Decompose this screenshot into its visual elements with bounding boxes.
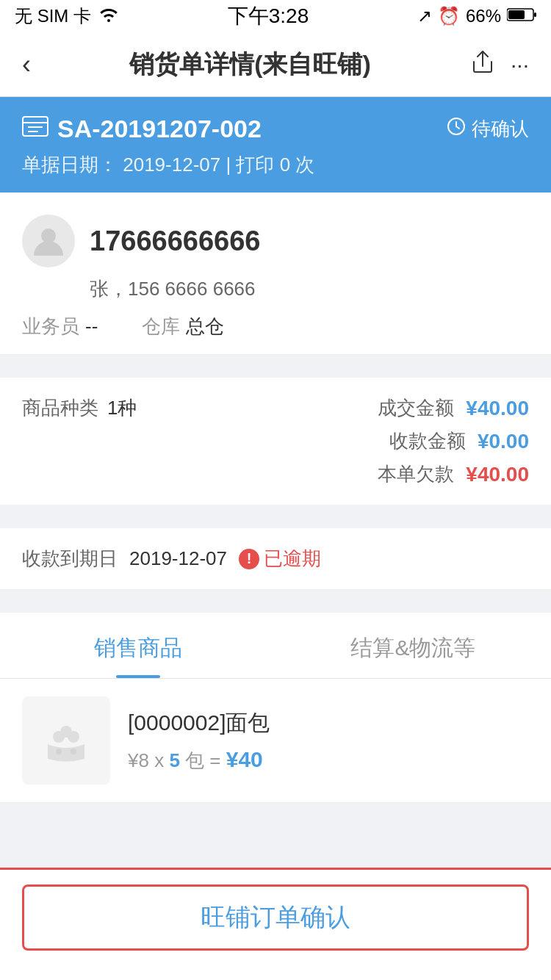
- product-price: ¥8: [128, 749, 149, 771]
- product-price-row: ¥8 x 5 包 = ¥40: [128, 747, 529, 774]
- due-date-value: 2019-12-07: [129, 547, 227, 570]
- svg-rect-2: [508, 10, 525, 19]
- date-label: 单据日期：: [22, 154, 118, 176]
- price-equals: =: [209, 749, 226, 771]
- more-icon[interactable]: ···: [511, 52, 529, 77]
- clock-icon: [447, 117, 466, 141]
- product-item: [0000002]面包 ¥8 x 5 包 = ¥40: [0, 679, 551, 803]
- due-date-card: 收款到期日 2019-12-07 ! 已逾期: [0, 528, 551, 589]
- customer-card: 17666666666 张，156 6666 6666 业务员 -- 仓库 总仓: [0, 192, 551, 354]
- tab-settlement-logistics-label: 结算&物流等: [350, 635, 475, 660]
- status-bar-time: 下午3:28: [228, 2, 309, 30]
- order-date-info: 单据日期： 2019-12-07 | 打印 0 次: [22, 152, 529, 178]
- carrier-text: 无 SIM 卡: [15, 4, 91, 28]
- product-thumbnail: [22, 696, 110, 785]
- overdue-badge: ! 已逾期: [239, 546, 321, 572]
- order-status: 待确认: [447, 116, 529, 142]
- received-amount-label: 收款金额: [389, 428, 466, 454]
- page-title: 销货单详情(来自旺铺): [129, 48, 371, 82]
- transaction-amount-label: 成交金额: [378, 395, 454, 421]
- tabs-container: 销售商品 结算&物流等: [0, 613, 551, 679]
- svg-rect-1: [534, 12, 536, 17]
- product-type-label: 商品种类: [22, 395, 98, 421]
- tab-sales-products-label: 销售商品: [94, 635, 182, 660]
- product-total: ¥40: [226, 747, 263, 771]
- print-count: 打印 0 次: [236, 154, 314, 176]
- svg-point-12: [56, 749, 62, 754]
- date-separator: |: [226, 154, 236, 176]
- owed-amount-row: 本单欠款 ¥40.00: [378, 461, 529, 487]
- customer-meta: 业务员 -- 仓库 总仓: [22, 314, 529, 339]
- customer-phone: 17666666666: [90, 226, 260, 257]
- product-type-item: 商品种类 1种: [22, 395, 137, 421]
- order-icon: [22, 116, 48, 142]
- warehouse-label: 仓库: [142, 314, 180, 339]
- customer-avatar: [22, 215, 75, 267]
- svg-point-11: [60, 726, 72, 738]
- received-amount-value: ¥0.00: [478, 430, 529, 453]
- order-header: SA-20191207-002 待确认 单据日期： 2019-12-07 | 打…: [0, 97, 551, 192]
- product-type-value: 1种: [107, 395, 137, 421]
- customer-name: 张，156 6666 6666: [22, 276, 529, 302]
- status-bar-left: 无 SIM 卡: [15, 4, 119, 28]
- salesperson-value: --: [85, 315, 98, 338]
- location-icon: ↗: [417, 6, 432, 26]
- svg-point-13: [71, 749, 76, 754]
- order-id-text: SA-20191207-002: [57, 115, 262, 143]
- battery-icon: [507, 6, 536, 26]
- battery-text: 66%: [466, 6, 501, 26]
- tab-sales-products[interactable]: 销售商品: [0, 613, 276, 678]
- due-date-label: 收款到期日: [22, 546, 118, 572]
- warehouse-item: 仓库 总仓: [142, 314, 224, 339]
- summary-left: 商品种类 1种: [22, 395, 137, 421]
- confirm-order-button[interactable]: 旺铺订单确认: [22, 884, 529, 951]
- owed-amount-label: 本单欠款: [378, 461, 454, 487]
- product-unit: 包: [185, 749, 204, 771]
- product-info: [0000002]面包 ¥8 x 5 包 = ¥40: [128, 708, 529, 774]
- wifi-icon: [98, 6, 119, 26]
- transaction-amount-value: ¥40.00: [466, 397, 529, 420]
- salesperson-label: 业务员: [22, 314, 79, 339]
- price-multiply: x: [154, 749, 169, 771]
- summary-card: 商品种类 1种 成交金额 ¥40.00 收款金额 ¥0.00 本单欠款 ¥40.…: [0, 378, 551, 505]
- warehouse-value: 总仓: [186, 314, 224, 339]
- received-amount-row: 收款金额 ¥0.00: [389, 428, 529, 454]
- salesperson-item: 业务员 --: [22, 314, 98, 339]
- nav-actions: ···: [469, 48, 529, 80]
- divider-1: [0, 366, 551, 378]
- nav-bar: ‹ 销货单详情(来自旺铺) ···: [0, 32, 551, 97]
- owed-amount-value: ¥40.00: [466, 463, 529, 486]
- status-bar: 无 SIM 卡 下午3:28 ↗ ⏰ 66%: [0, 0, 551, 32]
- divider-3: [0, 601, 551, 613]
- date-value: 2019-12-07: [123, 154, 220, 176]
- alarm-icon: ⏰: [438, 6, 460, 26]
- order-id: SA-20191207-002: [22, 115, 262, 143]
- tab-settlement-logistics[interactable]: 结算&物流等: [276, 613, 551, 678]
- transaction-amount-row: 成交金额 ¥40.00: [378, 395, 529, 421]
- overdue-text: 已逾期: [264, 546, 321, 572]
- share-icon[interactable]: [469, 48, 496, 80]
- product-list: [0000002]面包 ¥8 x 5 包 = ¥40: [0, 679, 551, 803]
- bottom-button-container: 旺铺订单确认: [0, 868, 551, 980]
- product-name: [0000002]面包: [128, 708, 529, 738]
- status-bar-right: ↗ ⏰ 66%: [417, 6, 536, 26]
- summary-right: 成交金额 ¥40.00 收款金额 ¥0.00 本单欠款 ¥40.00: [378, 395, 529, 487]
- status-text: 待确认: [472, 116, 529, 142]
- product-quantity: 5: [169, 749, 179, 771]
- divider-2: [0, 516, 551, 528]
- overdue-icon: !: [239, 549, 259, 569]
- back-button[interactable]: ‹: [22, 49, 31, 80]
